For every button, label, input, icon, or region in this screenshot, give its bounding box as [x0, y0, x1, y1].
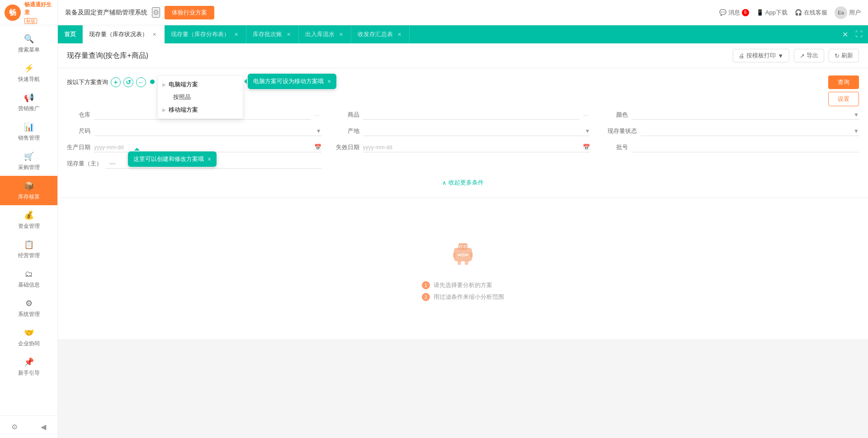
tabbar: 首页 现存量（库存状况表） ✕ 现存量（库存分布表） ✕ 库存批次账 ✕ 出入库… [58, 25, 868, 43]
close-tab-inventory-dist[interactable]: ✕ [232, 31, 240, 38]
warehouse-dots-button[interactable]: ··· [313, 112, 321, 118]
color-field: 颜色 ▼ [604, 110, 859, 120]
close-tab-inventory-status[interactable]: ✕ [151, 31, 158, 38]
expiry-date-field: 失效日期 yyyy-mm-dd 📅 [336, 142, 590, 152]
tab-inventory-status[interactable]: 现存量（库存状况表） ✕ [83, 25, 165, 43]
back-button[interactable]: ← [136, 77, 146, 87]
dropdown-arrow-icon: ▼ [778, 52, 783, 59]
refresh-button[interactable]: ↻ 刷新 [829, 49, 859, 62]
user-area[interactable]: Ea 用户 [835, 6, 861, 19]
sidebar-item-sales[interactable]: 📊 销售管理 [0, 117, 57, 146]
set-button[interactable]: 设置 [828, 92, 859, 106]
settings-icon: ⚙ [24, 298, 34, 309]
close-tab-in-out-flow[interactable]: ✕ [337, 31, 344, 38]
empty-state: 1 请先选择要分析的方案 2 用过滤条件来缩小分析范围 [58, 198, 868, 339]
settings-footer-button[interactable]: ⚙ [9, 420, 20, 433]
fullscreen-button[interactable]: ⛶ [854, 28, 864, 40]
collapse-sidebar-button[interactable]: ◀ [38, 420, 48, 433]
refresh-scheme-button[interactable]: ↺ [123, 77, 133, 87]
collapse-up-icon: ∧ [442, 179, 447, 186]
svg-rect-9 [465, 254, 468, 256]
sidebar-item-basic[interactable]: 🗂 基础信息 [0, 264, 57, 293]
sidebar-item-operation[interactable]: 📋 经营管理 [0, 235, 57, 264]
svg-rect-8 [458, 254, 461, 256]
edit-tooltip-close-button[interactable]: × [208, 155, 211, 163]
message-button[interactable]: 💬 消息 6 [719, 9, 749, 17]
svg-rect-13 [458, 260, 461, 265]
sidebar-item-enterprise[interactable]: 🤝 企业协同 [0, 323, 57, 352]
chart-icon: 📊 [24, 122, 34, 132]
desktop-scheme-item[interactable]: ▶ 电脑端方案 [158, 78, 243, 91]
tab-batch-account[interactable]: 库存批次账 ✕ [246, 25, 299, 43]
sidebar-item-purchase[interactable]: 🛒 采购管理 [0, 146, 57, 176]
filter-label: 按以下方案查询 [67, 78, 108, 86]
collapse-button[interactable]: ∧ 收起更多条件 [442, 179, 484, 187]
settings-button[interactable]: ⚙ [152, 7, 160, 18]
industry-button[interactable]: 体验行业方案 [165, 6, 214, 19]
main-content: 现存量查询(按仓库+商品) 🖨 按模板打印 ▼ ↗ 导出 ↻ 刷新 按以下方案查… [58, 43, 868, 438]
cart-icon: 🛒 [24, 151, 34, 162]
expiry-date-picker[interactable]: 📅 [583, 144, 590, 151]
page-header: 现存量查询(按仓库+商品) 🖨 按模板打印 ▼ ↗ 导出 ↻ 刷新 [58, 43, 868, 68]
sidebar-footer: ⚙ ◀ [0, 415, 57, 438]
sidebar-item-system[interactable]: ⚙ 系统管理 [0, 293, 57, 323]
close-all-tabs-button[interactable]: ✕ [840, 28, 850, 41]
empty-tip-1: 1 请先选择要分析的方案 [422, 279, 504, 291]
close-tab-batch-account[interactable]: ✕ [285, 31, 292, 38]
tab-inventory-dist[interactable]: 现存量（库存分布表） ✕ [165, 25, 246, 43]
empty-tip-2: 2 用过滤条件来缩小分析范围 [422, 291, 504, 303]
mobile-scheme-item[interactable]: ▶ 移动端方案 [158, 103, 243, 117]
tab-in-out-flow[interactable]: 出入库流水 ✕ [299, 25, 351, 43]
empty-illustration [445, 234, 481, 270]
money-icon: 💰 [24, 210, 34, 221]
stock-status-field: 现存量状态 ▼ [604, 126, 859, 136]
sidebar-item-guide[interactable]: 📌 新手引导 [0, 352, 57, 381]
svg-text:畅: 畅 [9, 9, 16, 16]
sidebar-item-finance[interactable]: 💰 资金管理 [0, 205, 57, 235]
handshake-icon: 🤝 [24, 327, 34, 338]
pc-scheme-tooltip: 电脑方案可设为移动方案哦 × [248, 74, 336, 89]
tab-receive-send[interactable]: 收发存汇总表 ✕ [351, 25, 410, 43]
sidebar-item-quick[interactable]: ⚡ 快速导航 [0, 58, 57, 88]
topbar: 装备及固定资产辅助管理系统 ⚙ 体验行业方案 💬 消息 6 📱 App下载 🎧 … [58, 0, 868, 25]
svg-rect-11 [453, 252, 456, 258]
topbar-right: 💬 消息 6 📱 App下载 🎧 在线客服 Ea 用户 [719, 6, 861, 19]
pin-icon: 📌 [24, 357, 34, 367]
search-icon: 🔍 [24, 33, 34, 44]
clipboard-icon: 📋 [24, 239, 34, 250]
sidebar-item-search[interactable]: 🔍 搜索菜单 [0, 29, 57, 58]
svg-rect-10 [461, 253, 465, 257]
export-button[interactable]: ↗ 导出 [794, 49, 824, 62]
page-actions: 🖨 按模板打印 ▼ ↗ 导出 ↻ 刷新 [733, 49, 859, 62]
app-download-button[interactable]: 📱 App下载 [756, 9, 788, 17]
folder-icon: 🗂 [24, 268, 34, 279]
add-scheme-button[interactable]: + [111, 77, 121, 87]
lightning-icon: ⚡ [24, 63, 34, 74]
tab-home[interactable]: 首页 [58, 25, 83, 43]
system-title: 装备及固定资产辅助管理系统 [65, 9, 147, 17]
close-tab-receive-send[interactable]: ✕ [396, 31, 403, 38]
message-icon: 💬 [719, 9, 726, 16]
search-button[interactable]: 查询 [828, 75, 859, 89]
print-icon: 🖨 [739, 52, 745, 59]
sidebar-item-marketing[interactable]: 📢 营销推广 [0, 88, 57, 117]
export-icon: ↗ [800, 52, 805, 59]
megaphone-icon: 📢 [24, 92, 34, 103]
scheme-tree: ▶ 电脑端方案 按照品 ▶ 移动端方案 [157, 75, 243, 119]
online-service-button[interactable]: 🎧 在线客服 [795, 9, 827, 17]
size-field: 尺码 ▼ [67, 126, 321, 136]
logo-area: 畅 畅通通好生意 标版 [0, 0, 57, 25]
pc-tooltip-close-button[interactable]: × [327, 78, 331, 85]
collapse-row: ∧ 收起更多条件 [67, 175, 859, 190]
sidebar-item-inventory[interactable]: 📦 库存核算 [0, 176, 57, 205]
box-icon: 📦 [24, 180, 34, 191]
desktop-scheme-sub-item[interactable]: 按照品 [169, 91, 243, 103]
production-date-picker[interactable]: 📅 [314, 144, 321, 151]
logo-text: 畅通通好生意 标版 [24, 1, 53, 24]
print-button[interactable]: 🖨 按模板打印 ▼ [733, 49, 789, 62]
message-badge: 6 [742, 9, 749, 16]
goods-dots-button[interactable]: ··· [581, 112, 590, 118]
production-date-field: 生产日期 yyyy-mm-dd 📅 [67, 142, 321, 152]
refresh-icon: ↻ [835, 52, 840, 59]
edit-scheme-tooltip: 这里可以创建和修改方案哦 × [128, 151, 217, 167]
